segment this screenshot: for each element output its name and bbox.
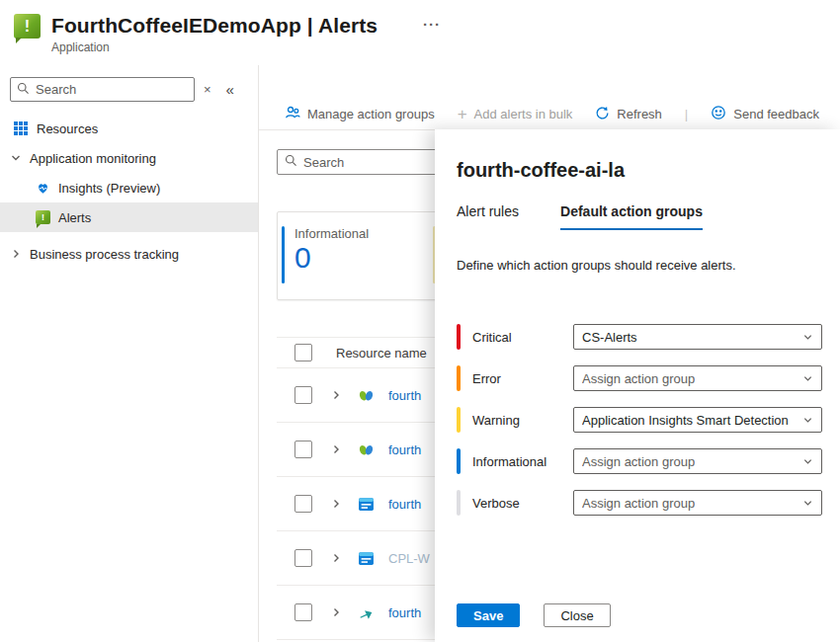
command-label: Add alerts in bulk — [474, 107, 573, 121]
severity-row-informational: Informational Assign action group — [457, 448, 822, 474]
send-feedback-button[interactable]: Send feedback — [711, 105, 819, 123]
command-bar: Manage action groups + Add alerts in bul… — [259, 99, 840, 130]
plus-icon: + — [458, 106, 467, 122]
sidebar-item-label: Insights (Preview) — [58, 181, 160, 196]
expand-chevron-icon[interactable] — [330, 552, 342, 564]
search-icon — [17, 82, 30, 98]
informational-action-group-dropdown[interactable]: Assign action group — [573, 448, 822, 474]
alert-icon: ! — [36, 210, 50, 224]
sidebar-search-box[interactable] — [10, 77, 195, 102]
search-icon — [285, 154, 297, 170]
alerts-search-input[interactable] — [303, 155, 447, 170]
manage-action-groups-icon — [285, 105, 300, 123]
panel-title: fourth-coffee-ai-la — [457, 159, 822, 182]
summary-stat-informational[interactable]: Informational 0 — [282, 226, 369, 283]
dropdown-value: Assign action group — [582, 496, 797, 511]
sidebar-item-business-process-tracking[interactable]: Business process tracking — [0, 239, 258, 269]
severity-row-error: Error Assign action group — [457, 365, 822, 391]
error-action-group-dropdown[interactable]: Assign action group — [573, 365, 822, 391]
chevron-down-icon — [802, 498, 813, 509]
expand-chevron-icon[interactable] — [330, 389, 342, 401]
severity-color-bar — [457, 490, 461, 516]
send-feedback-icon — [711, 105, 726, 123]
save-button[interactable]: Save — [457, 603, 520, 627]
insights-icon — [36, 181, 50, 196]
severity-row-verbose: Verbose Assign action group — [457, 490, 822, 516]
chevron-down-icon — [802, 456, 813, 467]
manage-action-groups-button[interactable]: Manage action groups — [285, 105, 435, 123]
select-all-checkbox[interactable] — [294, 344, 312, 361]
verbose-action-group-dropdown[interactable]: Assign action group — [573, 490, 822, 516]
sidebar-item-label: Application monitoring — [30, 151, 156, 166]
action-groups-panel: fourth-coffee-ai-la Alert rules Default … — [435, 129, 840, 642]
chevron-down-icon — [802, 332, 813, 343]
more-options-button[interactable]: ··· — [423, 16, 441, 33]
severity-label: Critical — [472, 330, 512, 345]
expand-chevron-icon[interactable] — [330, 498, 342, 510]
panel-description: Define which action groups should receiv… — [457, 258, 822, 273]
column-header-resource-name: Resource name — [336, 346, 427, 361]
collapse-sidebar-icon[interactable]: « — [226, 81, 234, 98]
app-insights-resource-icon — [358, 441, 375, 458]
dropdown-value: Application Insights Smart Detection — [582, 413, 797, 428]
command-label: Send feedback — [733, 107, 819, 121]
alerts-search-box[interactable] — [277, 149, 455, 175]
refresh-icon — [595, 106, 610, 123]
command-divider: | — [685, 107, 688, 121]
page-subtitle: Application — [51, 40, 378, 54]
panel-footer: Save Close — [457, 603, 611, 627]
add-alerts-in-bulk-button[interactable]: + Add alerts in bulk — [458, 106, 573, 122]
severity-row-warning: Warning Application Insights Smart Detec… — [457, 407, 822, 433]
workspace-resource-icon — [358, 496, 375, 513]
sidebar-item-alerts[interactable]: ! Alerts — [0, 202, 258, 232]
tab-alert-rules[interactable]: Alert rules — [457, 203, 519, 230]
severity-color-bar — [457, 324, 461, 350]
sidebar-item-label: Business process tracking — [30, 247, 179, 262]
workspace-resource-icon — [358, 550, 375, 567]
severity-row-critical: Critical CS-Alerts — [457, 324, 822, 350]
dropdown-value: Assign action group — [582, 454, 797, 469]
panel-tabs: Alert rules Default action groups — [457, 203, 822, 230]
severity-color-bar — [457, 407, 461, 433]
severity-color-bar — [282, 226, 285, 283]
row-checkbox[interactable] — [294, 441, 312, 458]
row-checkbox[interactable] — [294, 603, 312, 621]
warning-action-group-dropdown[interactable]: Application Insights Smart Detection — [573, 407, 822, 433]
sidebar-search-input[interactable] — [36, 82, 188, 97]
sidebar: × « Resources Application monitoring — [0, 65, 259, 642]
resource-name-link[interactable]: fourth — [388, 497, 421, 512]
severity-color-bar — [457, 365, 461, 391]
alerts-app-icon: ! — [14, 14, 41, 39]
chevron-down-icon — [802, 415, 813, 426]
resource-name-link[interactable]: fourth — [388, 605, 421, 620]
severity-label: Warning — [472, 413, 520, 428]
expand-chevron-icon[interactable] — [330, 443, 342, 455]
sidebar-item-resources[interactable]: Resources — [0, 114, 258, 143]
row-checkbox[interactable] — [294, 386, 312, 404]
grid-icon — [14, 121, 28, 135]
connector-arrow-resource-icon — [358, 604, 375, 621]
app-insights-resource-icon — [358, 387, 375, 404]
page-title: FourthCoffeeIEDemoApp | Alerts — [51, 14, 378, 38]
dropdown-value: CS-Alerts — [582, 330, 797, 345]
chevron-right-icon — [10, 248, 22, 260]
expand-chevron-icon[interactable] — [330, 606, 342, 618]
row-checkbox[interactable] — [294, 495, 312, 513]
resource-name-link[interactable]: fourth — [388, 388, 421, 403]
tab-default-action-groups[interactable]: Default action groups — [560, 203, 703, 230]
clear-search-icon[interactable]: × — [204, 82, 211, 97]
sidebar-item-insights[interactable]: Insights (Preview) — [0, 173, 258, 202]
stat-label: Informational — [294, 226, 369, 241]
chevron-down-icon — [10, 152, 22, 164]
severity-form: Critical CS-Alerts Error Assign action g… — [457, 324, 822, 516]
command-label: Manage action groups — [307, 107, 435, 121]
close-button[interactable]: Close — [544, 603, 610, 627]
sidebar-item-application-monitoring[interactable]: Application monitoring — [0, 143, 258, 173]
critical-action-group-dropdown[interactable]: CS-Alerts — [573, 324, 822, 350]
resource-name-link[interactable]: fourth — [388, 442, 421, 457]
severity-label: Verbose — [472, 496, 520, 511]
chevron-down-icon — [802, 373, 813, 384]
row-checkbox[interactable] — [294, 549, 312, 567]
refresh-button[interactable]: Refresh — [595, 106, 662, 123]
resource-name-link[interactable]: CPL-W — [388, 551, 430, 566]
